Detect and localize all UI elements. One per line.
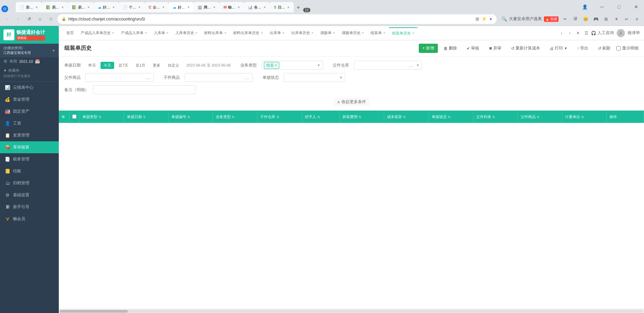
show-detail-checkbox[interactable]: 显示明细 [616,45,639,51]
status-dropdown[interactable]: ▼ [339,75,343,80]
sidebar-item-payroll[interactable]: 👤 工资 [0,117,59,129]
qr-icon[interactable]: ⊞ [475,16,479,22]
sun-tool[interactable]: ☀ [612,15,621,24]
tab-close-4[interactable]: × [112,5,115,9]
tab-assembly[interactable]: 组装单 × [367,27,389,39]
th-child-warehouse[interactable]: 子件仓库 ⇅ [257,111,302,123]
tab-nav-right[interactable]: › [566,30,573,37]
tab-in-history[interactable]: 入库单历史 × [172,27,201,39]
sidebar-item-settings[interactable]: ⚙ 基础设置 [0,189,59,201]
browser-tab-geji[interactable]: 📊 各... × [244,2,270,12]
tab-close-out-hist[interactable]: × [311,31,313,35]
browser-tab-s[interactable]: S 目... × [270,2,293,12]
tab-close-3[interactable]: × [88,5,90,9]
browser-tab-tencent[interactable]: 🏢 腾... × [193,2,219,12]
tab-close-assembly-hist[interactable]: × [412,31,414,35]
company-selector[interactable]: (勿删勿禁用) 江西服宝测试专用 ▼ [0,44,59,57]
export-button[interactable]: ↑ 导出 [573,44,592,53]
parent-goods-ellipsis[interactable]: … [144,75,151,80]
tab-close-transfer-hist[interactable]: × [362,31,364,35]
date-1month[interactable]: 近1月 [133,62,148,69]
recalculate-button[interactable]: ↺ 重新计算成本 [507,44,544,53]
abandon-button[interactable]: ✖ 弃审 [485,44,505,53]
menu-tool[interactable]: ≡ [632,15,641,24]
date-more[interactable]: 更多 [150,62,163,69]
sidebar-item-assets[interactable]: 🏭 固定资产 [0,105,59,117]
sidebar-item-finance[interactable]: 💰 资金管理 [0,94,59,105]
nav-home[interactable]: ⌂ [36,15,44,24]
th-unit[interactable]: 计量单位 ⇅ [562,111,607,123]
emoji-tool[interactable]: 😊 [581,15,590,24]
tab-close[interactable]: × [36,5,38,9]
browser-tab-chang[interactable]: M 畅... × [219,2,244,12]
nav-forward[interactable]: › [14,15,23,24]
date-7days[interactable]: 近7天 [116,62,131,69]
tab-assembly-history[interactable]: 组装单历史 × [389,27,418,39]
win-btn-maximize[interactable]: □ [611,1,627,12]
scissors-tool[interactable]: ✂ [561,15,569,24]
account-avatar[interactable]: 人 [617,29,625,37]
game-tool[interactable]: 🎮 [591,15,600,24]
browser-tab-enterprise[interactable]: C 企... × [145,2,169,12]
sidebar-item-reports[interactable]: 📊 云报表中心 [0,82,59,94]
tab-count-badge[interactable]: 12 [303,8,310,12]
tab-close-product-in[interactable]: × [112,31,114,35]
tab-close-in-order[interactable]: × [166,31,169,35]
th-type[interactable]: 单据类型 ⇅ [79,111,124,123]
grid-tool[interactable]: ⊞ [602,15,611,24]
warehouse-ellipsis[interactable]: … [407,62,415,68]
parent-warehouse-input[interactable]: … ▼ [354,61,422,70]
sidebar-item-accounting[interactable]: 📒 结账 [0,165,59,177]
child-goods-ellipsis[interactable]: … [243,75,251,80]
tab-close-6[interactable]: × [162,5,164,9]
tab-close-assembly[interactable]: × [383,31,385,35]
status-input[interactable]: ▼ [284,73,345,82]
tab-out-order[interactable]: 出库单 × [266,27,288,39]
browser-tab-cloud-active[interactable]: ☁ 好... × [169,2,193,12]
horizontal-scrollbar[interactable] [59,309,644,313]
child-goods-input[interactable]: … [185,73,253,82]
th-biz-type[interactable]: 业务类型 ⇅ [213,111,257,123]
sidebar-item-tax[interactable]: 📑 税务管理 [0,153,59,165]
help-button[interactable]: 🎧 人工咨询 [591,30,614,36]
scrollbar-thumb[interactable] [59,310,128,313]
tab-material-out-history[interactable]: 材料出库单历史 × [230,27,266,39]
biz-type-dropdown[interactable]: ▼ [317,63,321,67]
settings-icon[interactable]: ⚙ [3,59,8,64]
browser-tab-cloud1[interactable]: ☁ 好... × [94,2,119,12]
nav-back[interactable]: ‹ [3,15,12,24]
th-number[interactable]: 单据编号 ⇅ [168,111,213,123]
tab-close-all[interactable]: ✕ [575,30,581,37]
tab-close-8[interactable]: × [213,5,215,9]
tab-close-10[interactable]: × [264,5,266,9]
refresh-button[interactable]: ↺ 刷新 [594,44,614,53]
tab-transfer[interactable]: 调拨单 × [317,27,338,39]
sidebar-item-vip[interactable]: V 畅会员 [0,213,59,225]
win-btn-profile[interactable]: 👤 [577,1,593,12]
th-gear[interactable]: ⚙ [59,111,69,123]
win-btn-minimize[interactable]: ─ [594,1,610,12]
browser-tab-personal[interactable]: 📄 个... × [119,2,145,12]
tab-close-pin[interactable]: × [145,31,147,35]
tab-close-out-order[interactable]: × [282,31,284,35]
th-handler[interactable]: 经手人 ⇅ [302,111,339,123]
date-today[interactable]: 今天 [100,62,114,69]
select-all-checkbox[interactable] [72,114,77,119]
date-custom[interactable]: 自定义 [165,62,182,69]
warehouse-dropdown[interactable]: ▼ [416,63,420,67]
tab-close-9[interactable]: × [238,5,240,9]
remark-input[interactable] [93,85,196,94]
tab-close-5[interactable]: × [138,5,140,9]
undo-tool[interactable]: ↩ [622,15,631,24]
win-btn-close[interactable]: ✕ [628,1,644,12]
tab-close-2[interactable]: × [62,5,64,9]
tab-product-in[interactable]: 产成品入库单 × [118,27,150,39]
th-checkbox[interactable] [69,111,79,123]
th-parent-goods[interactable]: 父件商品 ⇅ [518,111,562,123]
biz-type-input[interactable]: 组装 × ▼ [261,61,323,70]
tab-close-7[interactable]: × [187,5,189,9]
tab-close-mat-out-hist[interactable]: × [261,31,263,35]
browser-tab-yicai[interactable]: 📗 易... × [42,2,68,12]
tab-out-history[interactable]: 出库单历史 × [288,27,317,39]
new-button[interactable]: + 新增 [419,44,438,53]
